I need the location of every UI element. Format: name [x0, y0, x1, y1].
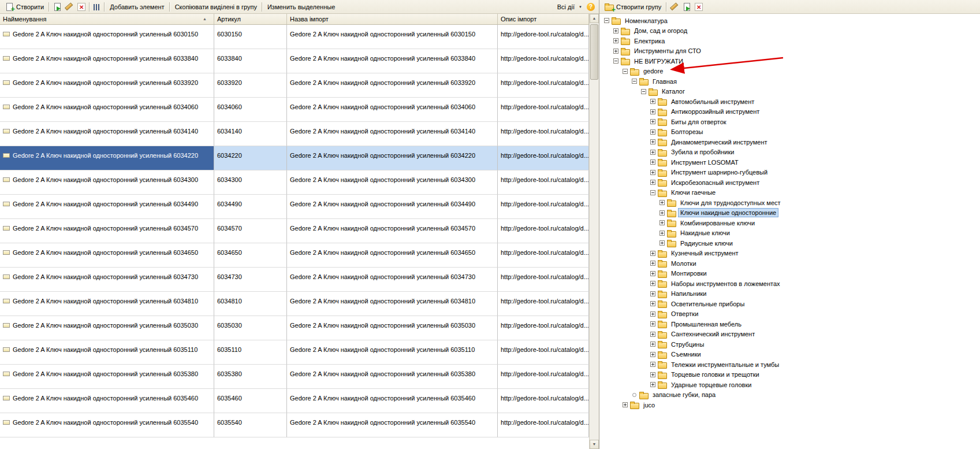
tree-item-label[interactable]: Осветительные приборы: [669, 300, 746, 308]
cell-import-desc[interactable]: http://gedore-tool.ru/catalog/d...: [498, 413, 589, 437]
tree-item-label[interactable]: Монтировки: [669, 269, 709, 277]
tree-item[interactable]: Торцевые головки и трещотки: [599, 370, 980, 380]
table-row[interactable]: Gedore 2 A Ключ накидной односторонний у…: [0, 98, 589, 122]
cell-name[interactable]: Gedore 2 A Ключ накидной односторонний у…: [0, 292, 214, 316]
table-row[interactable]: Gedore 2 A Ключ накидной односторонний у…: [0, 389, 589, 413]
tree-item[interactable]: Струбцины: [599, 339, 980, 350]
cell-article[interactable]: 6034140: [214, 122, 287, 146]
tree-item[interactable]: Зубила и пробойники: [599, 147, 980, 158]
cell-import-desc[interactable]: http://gedore-tool.ru/catalog/d...: [498, 292, 589, 316]
expand-toggle-icon[interactable]: [650, 109, 655, 114]
cell-article[interactable]: 6035030: [214, 316, 287, 340]
column-header-name[interactable]: Найменування ▲: [0, 14, 214, 24]
tree-item[interactable]: Радиусные ключи: [599, 238, 980, 248]
expand-toggle-icon[interactable]: [659, 210, 665, 216]
expand-toggle-icon[interactable]: [650, 362, 655, 367]
edit-item-button[interactable]: [64, 1, 76, 12]
cell-import-desc[interactable]: http://gedore-tool.ru/catalog/d...: [498, 73, 589, 98]
cell-name[interactable]: Gedore 2 A Ключ накидной односторонний у…: [0, 389, 214, 413]
cell-article[interactable]: 6034810: [214, 292, 287, 316]
expand-toggle-icon[interactable]: [613, 58, 618, 64]
tree-item[interactable]: Ключи гаечные: [599, 188, 980, 198]
tree-item-label[interactable]: Радиусные ключи: [679, 239, 735, 247]
cell-article[interactable]: 6034300: [214, 170, 287, 195]
expand-toggle-icon[interactable]: [650, 129, 655, 135]
edit-group-button[interactable]: [669, 1, 681, 12]
expand-toggle-icon[interactable]: [659, 220, 665, 225]
cell-import-desc[interactable]: http://gedore-tool.ru/catalog/d...: [498, 316, 589, 340]
tree-item[interactable]: Комбинированные ключи: [599, 218, 980, 228]
cell-name[interactable]: Gedore 2 A Ключ накидной односторонний у…: [0, 365, 214, 389]
add-element-button[interactable]: Добавить элемент: [107, 2, 167, 12]
tree-item[interactable]: Динамометрический инструмент: [599, 137, 980, 147]
tree-item[interactable]: Дом, сад и огород: [599, 26, 980, 36]
tree-item-label[interactable]: Каталог: [660, 87, 687, 95]
cell-name[interactable]: Gedore 2 A Ключ накидной односторонний у…: [0, 49, 214, 73]
expand-toggle-icon[interactable]: [650, 291, 655, 296]
cell-import-desc[interactable]: http://gedore-tool.ru/catalog/d...: [498, 219, 589, 243]
tree-item[interactable]: Каталог: [599, 87, 980, 97]
tree-item[interactable]: Кузнечный инструмент: [599, 248, 980, 259]
cell-import-name[interactable]: Gedore 2 A Ключ накидной односторонний у…: [287, 73, 498, 98]
expand-toggle-icon[interactable]: [650, 180, 655, 185]
cell-name[interactable]: Gedore 2 A Ключ накидной односторонний у…: [0, 219, 214, 243]
tree-item-label[interactable]: Съемники: [669, 350, 703, 358]
cell-article[interactable]: 6034220: [214, 146, 287, 170]
cell-import-name[interactable]: Gedore 2 A Ключ накидной односторонний у…: [287, 98, 498, 122]
tree-item[interactable]: Биты для отверток: [599, 117, 980, 127]
tree-item[interactable]: Ключи для труднодоступных мест: [599, 198, 980, 208]
tree-item[interactable]: Наборы инструментов в ложементах: [599, 279, 980, 289]
vertical-bars-button[interactable]: [92, 2, 102, 12]
column-header-article[interactable]: Артикул: [214, 14, 287, 24]
cell-name[interactable]: Gedore 2 A Ключ накидной односторонний у…: [0, 170, 214, 195]
expand-toggle-icon[interactable]: [650, 281, 655, 286]
cell-article[interactable]: 6035110: [214, 340, 287, 365]
expand-toggle-icon[interactable]: [650, 99, 655, 104]
cell-import-desc[interactable]: http://gedore-tool.ru/catalog/d...: [498, 389, 589, 413]
cell-article[interactable]: 6035460: [214, 389, 287, 413]
expand-toggle-icon[interactable]: [613, 28, 618, 34]
tree-item[interactable]: Монтировки: [599, 269, 980, 279]
tree-item-label[interactable]: Инструмент LOSOMAT: [669, 158, 740, 166]
scroll-down-button[interactable]: ▼: [590, 440, 599, 449]
expand-toggle-icon[interactable]: [650, 372, 655, 377]
tree-item-label[interactable]: Дом, сад и огород: [632, 27, 689, 35]
cell-import-desc[interactable]: http://gedore-tool.ru/catalog/d...: [498, 122, 589, 146]
expand-toggle-icon[interactable]: [650, 352, 655, 357]
cell-article[interactable]: 6033840: [214, 49, 287, 73]
cell-article[interactable]: 6034570: [214, 219, 287, 243]
expand-toggle-icon[interactable]: [613, 49, 618, 54]
expand-toggle-icon[interactable]: [650, 311, 655, 317]
table-row[interactable]: Gedore 2 A Ключ накидной односторонний у…: [0, 316, 589, 340]
cell-import-desc[interactable]: http://gedore-tool.ru/catalog/d...: [498, 25, 589, 49]
create-group-button[interactable]: + Створити групу: [602, 2, 664, 12]
tree-item-label[interactable]: Ключи накидные односторонние: [679, 209, 778, 217]
cell-import-name[interactable]: Gedore 2 A Ключ накидной односторонний у…: [287, 170, 498, 195]
cell-import-desc[interactable]: http://gedore-tool.ru/catalog/d...: [498, 195, 589, 219]
tree-item-label[interactable]: Ключи для труднодоступных мест: [679, 199, 782, 207]
tree-item[interactable]: Болторезы: [599, 127, 980, 138]
cell-import-name[interactable]: Gedore 2 A Ключ накидной односторонний у…: [287, 25, 498, 49]
tree-item-label[interactable]: Отвертки: [669, 310, 700, 318]
cell-article[interactable]: 6034060: [214, 98, 287, 122]
expand-toggle-icon[interactable]: [659, 200, 665, 205]
cell-article[interactable]: 6034650: [214, 243, 287, 268]
tree-item[interactable]: Искробезопасный инструмент: [599, 177, 980, 188]
cell-article[interactable]: 6035380: [214, 365, 287, 389]
cell-import-name[interactable]: Gedore 2 A Ключ накидной односторонний у…: [287, 195, 498, 219]
expand-toggle-icon[interactable]: [641, 89, 646, 94]
delete-group-button[interactable]: ✕: [693, 2, 705, 12]
tree-item-label[interactable]: Ключи гаечные: [669, 188, 717, 196]
tree-item-label[interactable]: Антикоррозийный инструмент: [669, 107, 761, 116]
tree-item-label[interactable]: Биты для отверток: [669, 118, 728, 126]
tree-item-label[interactable]: Електрика: [632, 37, 666, 45]
all-actions-button[interactable]: Всі дії ▼: [554, 2, 585, 12]
expand-toggle-icon[interactable]: [650, 271, 655, 276]
tree-item[interactable]: запасные губки, пара: [599, 390, 980, 400]
cell-import-name[interactable]: Gedore 2 A Ключ накидной односторонний у…: [287, 122, 498, 146]
tree-item[interactable]: Електрика: [599, 36, 980, 46]
tree-item-label[interactable]: gedore: [642, 67, 665, 75]
cell-name[interactable]: Gedore 2 A Ключ накидной односторонний у…: [0, 268, 214, 292]
table-row[interactable]: Gedore 2 A Ключ накидной односторонний у…: [0, 49, 589, 73]
tree-item-label[interactable]: Искробезопасный инструмент: [669, 179, 761, 187]
